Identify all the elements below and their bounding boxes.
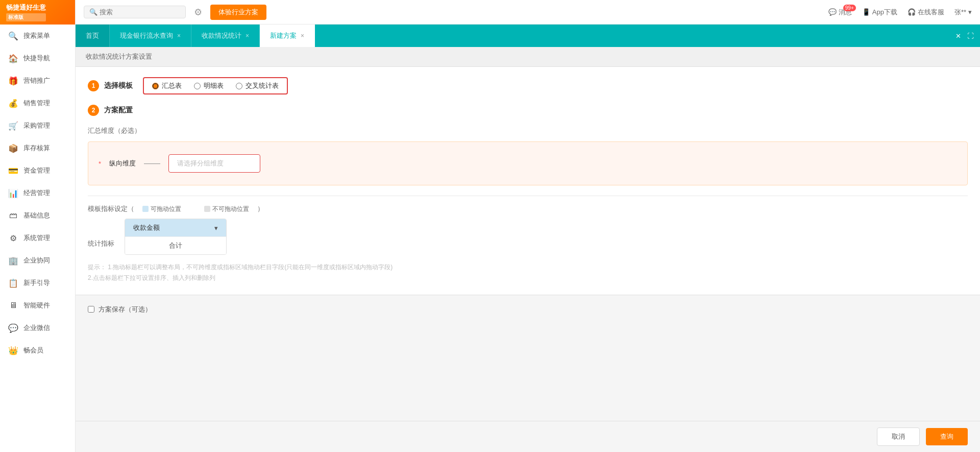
sidebar-item-wechat[interactable]: 💬 企业微信 (0, 317, 75, 339)
tab-bank-flow[interactable]: 现金银行流水查询× (110, 25, 191, 47)
save-checkbox[interactable] (88, 306, 94, 313)
finance-icon: 💳 (8, 165, 18, 176)
gear-icon[interactable]: ⚙ (194, 7, 202, 18)
sidebar-logo: 畅捷通好生意 标准版 (0, 0, 75, 25)
search-box[interactable]: 🔍 (84, 6, 186, 18)
download-label: App下载 (872, 8, 897, 17)
logo-text: 畅捷通好生意 (6, 3, 46, 12)
arrow-icon: —— (144, 159, 160, 168)
metrics-table-layout: 统计指标 收款金额 ▾ 合计 (88, 219, 968, 255)
subtotal-label: 合计 (169, 242, 182, 249)
tip-2: 2.点击标题栏下拉可设置排序、插入列和删除列 (88, 274, 968, 282)
sidebar-label-purchase: 采购管理 (23, 121, 50, 130)
column-chevron-icon[interactable]: ▾ (214, 224, 218, 232)
download-item[interactable]: 📱 App下载 (862, 8, 897, 17)
sidebar-item-basics[interactable]: 🗃 基础信息 (0, 204, 75, 227)
sidebar-item-purchase[interactable]: 🛒 采购管理 (0, 114, 75, 137)
nodrag-indicator (204, 206, 210, 212)
tab-label-home: 首页 (86, 31, 99, 40)
cancel-button[interactable]: 取消 (877, 427, 920, 446)
notification-item[interactable]: 💬 消息 99+ (828, 8, 852, 17)
sidebar-item-enterprise[interactable]: 🏢 企业协同 (0, 249, 75, 272)
dimension-row: * 纵向维度 —— 请选择分组维度 (99, 154, 957, 173)
service-item[interactable]: 🎧 在线客服 (908, 8, 944, 17)
sidebar-item-marketing[interactable]: 🎁 营销推广 (0, 69, 75, 92)
promo-button[interactable]: 体验行业方案 (210, 5, 266, 20)
column-header-text: 收款金额 (133, 223, 160, 232)
radio-summary[interactable]: 汇总表 (152, 81, 182, 90)
wechat-icon: 💬 (8, 323, 18, 333)
sidebar-item-search-menu[interactable]: 🔍 搜索菜单 (0, 25, 75, 47)
dimension-title: 汇总维度（必选） (88, 126, 968, 135)
radio-detail-label: 明细表 (204, 81, 224, 90)
save-row[interactable]: 方案保存（可选） (88, 305, 152, 314)
metrics-label: 模板指标设定（ (88, 204, 134, 213)
step2-row: 2 方案配置 (88, 105, 968, 116)
radio-detail[interactable]: 明细表 (194, 81, 224, 90)
step2-badge: 2 (88, 105, 99, 116)
step1-badge: 1 (88, 80, 99, 91)
topbar-right: 💬 消息 99+ 📱 App下载 🎧 在线客服 张** ▾ (828, 8, 972, 17)
sidebar-label-system: 系统管理 (23, 233, 50, 243)
sidebar-label-basics: 基础信息 (23, 211, 50, 220)
sales-icon: 💰 (8, 98, 18, 108)
tab-home[interactable]: 首页 (76, 25, 110, 47)
sidebar-label-operations: 经营管理 (23, 188, 50, 198)
sidebar-label-enterprise: 企业协同 (23, 256, 50, 265)
sidebar-item-finance[interactable]: 💳 资金管理 (0, 159, 75, 182)
tab-close-new-plan[interactable]: × (301, 32, 304, 39)
sidebar: 畅捷通好生意 标准版 🔍 搜索菜单 🏠 快捷导航 🎁 营销推广 💰 销售管理 🛒… (0, 0, 76, 452)
tab-close-bank-flow[interactable]: × (177, 32, 181, 39)
user-item[interactable]: 张** ▾ (954, 8, 972, 17)
maximize-window-icon[interactable]: ⛶ (967, 32, 974, 40)
metrics-subtotal-row: 合计 (125, 236, 226, 254)
tab-collection-stats[interactable]: 收款情况统计× (191, 25, 260, 47)
drag-indicator (142, 206, 149, 212)
page-content: 收款情况统计方案设置 1 选择模板 汇总表 明细表 (76, 47, 980, 452)
sidebar-label-marketing: 营销推广 (23, 76, 50, 85)
tip-1: 提示： 1.拖动标题栏可以调整布局，不可跨维度或指标区域拖动栏目字段(只能在同一… (88, 263, 968, 272)
sidebar-item-smart-hw[interactable]: 🖥 智能硬件 (0, 294, 75, 317)
tab-label-collection-stats: 收款情况统计 (202, 31, 241, 40)
topbar: 🔍 ⚙ 体验行业方案 💬 消息 99+ 📱 App下载 🎧 在线客服 张** ▾ (76, 0, 980, 25)
membership-icon: 👑 (8, 345, 18, 355)
template-radio-group: 汇总表 明细表 交叉统计表 (143, 77, 288, 94)
sidebar-label-membership: 畅会员 (23, 346, 43, 355)
sidebar-item-inventory[interactable]: 📦 库存核算 (0, 137, 75, 159)
smart-hw-icon: 🖥 (8, 300, 18, 311)
draggable-label: 可拖动位置 (151, 205, 181, 213)
sidebar-label-inventory: 库存核算 (23, 144, 50, 153)
tab-close-collection-stats[interactable]: × (246, 32, 249, 39)
dimension-select[interactable]: 请选择分组维度 (168, 154, 260, 173)
nodrag-badge: 不可拖动位置 (204, 205, 249, 213)
step2-label: 方案配置 (104, 106, 133, 115)
headset-icon: 🎧 (908, 8, 916, 16)
sidebar-label-sales: 销售管理 (23, 99, 50, 108)
sidebar-item-quick-nav[interactable]: 🏠 快捷导航 (0, 47, 75, 69)
sidebar-label-newbie: 新手引导 (23, 278, 50, 288)
sidebar-label-wechat: 企业微信 (23, 323, 50, 332)
sidebar-nav: 🔍 搜索菜单 🏠 快捷导航 🎁 营销推广 💰 销售管理 🛒 采购管理 📦 库存核… (0, 25, 75, 452)
close-window-icon[interactable]: ✕ (955, 32, 961, 40)
sidebar-item-operations[interactable]: 📊 经营管理 (0, 182, 75, 204)
sidebar-item-sales[interactable]: 💰 销售管理 (0, 92, 75, 114)
user-name: 张** (954, 8, 966, 17)
metrics-column-header: 收款金额 ▾ (125, 219, 226, 236)
sidebar-item-membership[interactable]: 👑 畅会员 (0, 339, 75, 362)
newbie-icon: 📋 (8, 278, 18, 288)
content-area: 收款情况统计方案设置 1 选择模板 汇总表 明细表 (76, 47, 980, 452)
sidebar-item-newbie[interactable]: 📋 新手引导 (0, 272, 75, 294)
query-button[interactable]: 查询 (926, 428, 968, 445)
nodrag-label: 不可拖动位置 (212, 205, 249, 213)
tips-section: 提示： 1.拖动标题栏可以调整布局，不可跨维度或指标区域拖动栏目字段(只能在同一… (88, 263, 968, 282)
notification-badge: 99+ (843, 5, 856, 11)
footer-actions: 取消 查询 (76, 421, 980, 452)
paren-close: ） (257, 204, 264, 213)
dimension-placeholder: 请选择分组维度 (177, 159, 224, 167)
step1-label: 选择模板 (104, 81, 133, 90)
search-input[interactable] (100, 8, 171, 16)
radio-cross[interactable]: 交叉统计表 (236, 81, 279, 90)
tab-new-plan[interactable]: 新建方案× (260, 25, 315, 47)
marketing-icon: 🎁 (8, 76, 18, 86)
sidebar-item-system[interactable]: ⚙ 系统管理 (0, 227, 75, 249)
